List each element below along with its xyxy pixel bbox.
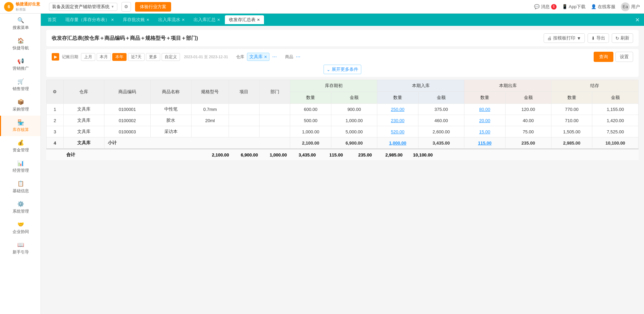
tab-close-icon[interactable]: ✕ <box>257 18 260 22</box>
trial-button[interactable]: 体验行业方案 <box>135 2 171 12</box>
logo-text: 畅捷通好生意 标准版 <box>16 1 40 12</box>
warehouse-tag-close[interactable]: ✕ <box>264 55 267 59</box>
product-filter-dots[interactable]: ··· <box>296 54 300 60</box>
row1-code: 0100001 <box>104 104 150 115</box>
tab-close-icon[interactable]: ✕ <box>217 18 220 22</box>
sidebar-item-sales[interactable]: 🛒 销售管理 <box>0 75 40 95</box>
date-btn-this-year[interactable]: 本年 <box>112 53 127 61</box>
warehouse-filter-dots[interactable]: ··· <box>272 54 277 60</box>
date-btn-last-month[interactable]: 上月 <box>81 53 95 61</box>
date-btn-7days[interactable]: 近7天 <box>128 53 145 61</box>
download-icon: 📱 <box>562 4 567 9</box>
subtotal-in-amt: 3,435.00 <box>418 137 464 149</box>
row3-out-qty[interactable]: 15.00 <box>464 126 505 137</box>
sidebar-item-marketing[interactable]: 📢 营销推广 <box>0 54 40 75</box>
tab-receive-summary[interactable]: 收发存汇总表 ✕ <box>225 15 264 24</box>
gear-button[interactable]: ⚙ <box>121 2 131 12</box>
sidebar-item-guide[interactable]: 📖 新手引导 <box>0 238 40 259</box>
print-button[interactable]: 🖨 按模板打印 ▼ <box>544 33 585 43</box>
warehouse-col-header: 仓库 <box>63 80 104 104</box>
inventory-icon: 🏪 <box>17 119 24 126</box>
chevron-down-icon: ▼ <box>577 36 581 41</box>
row3-bal-amt: 7,525.00 <box>592 126 639 137</box>
settings-button[interactable]: 设置 <box>615 52 633 62</box>
total-opening-qty: 2,100.00 <box>207 152 234 158</box>
home-icon: 🏠 <box>17 37 24 44</box>
subtotal-seq: 4 <box>47 137 64 149</box>
export-icon: ⬇ <box>591 36 595 41</box>
subtotal-opening-amt: 6,900.00 <box>331 137 377 149</box>
expand-conditions-btn[interactable]: ⌄ 展开更多条件 <box>324 65 361 74</box>
row2-project <box>229 115 259 126</box>
sidebar: 🔍 搜索菜单 🏠 快捷导航 📢 营销推广 🛒 销售管理 📦 采购管理 🏪 库存核… <box>0 14 41 314</box>
row3-in-qty[interactable]: 520.00 <box>377 126 418 137</box>
row1-in-qty[interactable]: 250.00 <box>377 104 418 115</box>
date-btn-this-month[interactable]: 本月 <box>97 53 111 61</box>
row1-in-amt: 375.00 <box>418 104 464 115</box>
tab-inout-flow[interactable]: 出入库流水 ✕ <box>154 15 189 24</box>
date-range-display: 2023-01-01 至 2023-12-31 <box>184 55 228 59</box>
product-filter-label: 商品 <box>285 54 293 60</box>
subtotal-row: 4 文具库 小计 2,100.00 6,900.00 1,000.00 3,43… <box>47 137 639 149</box>
total-bal-qty: 2,985.00 <box>380 152 408 158</box>
sidebar-item-enterprise[interactable]: 🤝 企业协同 <box>0 218 40 238</box>
sidebar-item-finance[interactable]: 💰 资金管理 <box>0 136 40 156</box>
sidebar-item-search[interactable]: 🔍 搜索菜单 <box>0 14 40 34</box>
marketing-icon: 📢 <box>17 58 24 64</box>
sidebar-item-system[interactable]: ⚙️ 系统管理 <box>0 197 40 218</box>
tab-close-icon[interactable]: ✕ <box>146 18 149 22</box>
row1-dept <box>260 104 290 115</box>
warehouse-filter-label: 仓库 <box>236 54 244 60</box>
row2-opening-qty: 500.00 <box>290 115 331 126</box>
sidebar-item-basic[interactable]: 📋 基础信息 <box>0 177 40 197</box>
subtotal-out-qty[interactable]: 115.00 <box>464 137 505 149</box>
print-icon: 🖨 <box>547 36 552 41</box>
online-service-btn[interactable]: 👤 在线客服 <box>591 4 615 10</box>
refresh-button[interactable]: ↻ 刷新 <box>612 33 633 43</box>
row2-in-qty[interactable]: 230.00 <box>377 115 418 126</box>
tab-batch[interactable]: 库存批次账 ✕ <box>119 15 153 24</box>
user-menu[interactable]: Ea 用户 <box>621 2 640 11</box>
row1-opening-amt: 900.00 <box>331 104 377 115</box>
total-bal-amt: 10,100.00 <box>408 152 438 158</box>
tab-bar: 首页 现存量（库存分布表） ✕ 库存批次账 ✕ 出入库流水 ✕ 出入库汇总 ✕ … <box>41 14 644 26</box>
bal-amt-header: 金额 <box>592 92 639 104</box>
subtotal-in-qty[interactable]: 1,000.00 <box>377 137 418 149</box>
row2-bal-amt: 1,420.00 <box>592 115 639 126</box>
settings-col-header[interactable]: ⚙ <box>47 80 64 104</box>
filter-toggle-btn[interactable]: ▶ <box>52 53 59 61</box>
logo-icon: 6 <box>4 2 14 12</box>
subtotal-out-amt: 235.00 <box>505 137 551 149</box>
logo-area: 6 畅捷通好生意 标准版 <box>4 1 45 12</box>
date-btn-custom[interactable]: 自定义 <box>162 53 180 61</box>
opening-amt-header: 金额 <box>331 92 377 104</box>
sidebar-item-operation[interactable]: 📊 经营管理 <box>0 156 40 177</box>
tab-home[interactable]: 首页 <box>44 15 61 24</box>
sidebar-item-quicknav[interactable]: 🏠 快捷导航 <box>0 34 40 54</box>
content-area: 首页 现存量（库存分布表） ✕ 库存批次账 ✕ 出入库流水 ✕ 出入库汇总 ✕ … <box>41 14 644 314</box>
date-filter-label: 记账日期 <box>62 54 78 60</box>
date-btn-more[interactable]: 更多 <box>146 53 160 61</box>
guide-icon: 📖 <box>17 242 24 248</box>
sidebar-item-inventory[interactable]: 🏪 库存核算 <box>0 116 40 136</box>
row1-warehouse: 文具库 <box>63 104 104 115</box>
basic-icon: 📋 <box>17 180 24 187</box>
tab-close-icon[interactable]: ✕ <box>182 18 185 22</box>
system-selector[interactable]: 装备及固定资产辅助管理系统 ▼ <box>49 3 117 11</box>
data-table: ⚙ 仓库 商品编码 商品名称 规格型号 项目 部门 库存期初 本期入库 本期出库 <box>46 80 639 149</box>
in-qty-header: 数量 <box>377 92 418 104</box>
tab-inout-summary[interactable]: 出入库汇总 ✕ <box>189 15 224 24</box>
query-button[interactable]: 查询 <box>594 52 613 62</box>
tab-stock-dist[interactable]: 现存量（库存分布表） ✕ <box>61 15 118 24</box>
close-all-icon[interactable]: ✕ <box>633 16 641 24</box>
tab-close-icon[interactable]: ✕ <box>111 18 114 22</box>
top-header: 6 畅捷通好生意 标准版 装备及固定资产辅助管理系统 ▼ ⚙ 体验行业方案 💬 … <box>0 0 644 14</box>
messages-btn[interactable]: 💬 消息 6 <box>534 4 557 10</box>
export-button[interactable]: ⬇ 导出 <box>588 33 609 43</box>
row1-spec: 0.7mm <box>191 104 229 115</box>
sidebar-item-purchase[interactable]: 📦 采购管理 <box>0 95 40 116</box>
app-download-btn[interactable]: 📱 App下载 <box>562 4 585 10</box>
row1-out-qty[interactable]: 80.00 <box>464 104 505 115</box>
row2-out-qty[interactable]: 20.00 <box>464 115 505 126</box>
row3-spec <box>191 126 229 137</box>
